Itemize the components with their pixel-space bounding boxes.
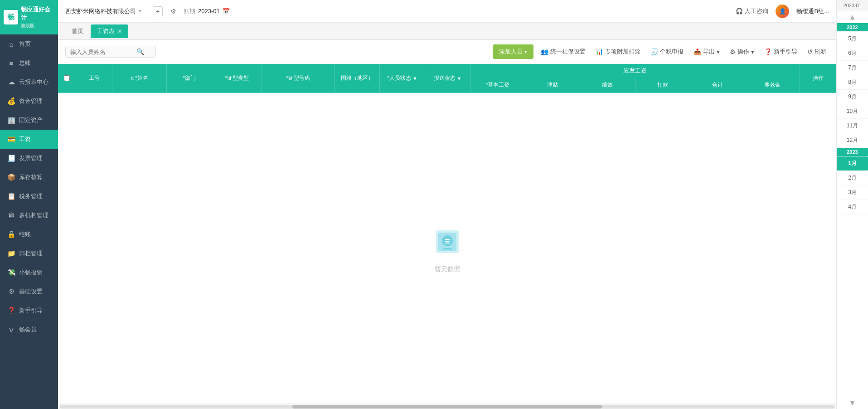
scrollbar-thumb[interactable] (292, 405, 602, 409)
date-panel-down[interactable]: ▼ (837, 397, 868, 409)
month-2022-10月[interactable]: 10月 (837, 104, 868, 119)
headset-icon: 🎧 (736, 8, 743, 15)
add-person-button[interactable]: 添加人员 ▾ (493, 44, 533, 59)
calendar-icon[interactable]: 📅 (223, 8, 230, 15)
month-2022-7月[interactable]: 7月 (837, 61, 868, 75)
company-settings-button[interactable]: ⚙ (168, 6, 178, 16)
sidebar-item-home[interactable]: ⌂ 首页 (0, 34, 58, 54)
company-selector[interactable]: 西安虾米网络科技有限公司 ▾ (65, 7, 141, 15)
sidebar-item-expense[interactable]: 💸 小畅报销 (0, 263, 58, 282)
th-performance-label: 绩效 (602, 81, 613, 89)
th-certtype: *证型类型 (212, 64, 262, 93)
refresh-icon: ↺ (807, 48, 813, 55)
year-2022: 2022 (837, 23, 868, 32)
multi-org-label: 多机构管理 (19, 211, 48, 219)
topbar: 西安虾米网络科技有限公司 ▾ + ⚙ 账期 2023-01 📅 🎧 人工咨询 👤… (58, 0, 836, 23)
operations-button[interactable]: ⚙ 操作 ▾ (727, 46, 757, 58)
home-icon: ⌂ (7, 40, 15, 48)
sidebar-item-payroll[interactable]: 💳 工资 (0, 130, 58, 149)
month-2022-5月[interactable]: 5月 (837, 32, 868, 46)
sidebar-item-inventory[interactable]: 📦 库存核算 (0, 168, 58, 187)
th-allowance-label: 津贴 (547, 81, 558, 89)
social-security-button[interactable]: 👥 统一社保设置 (538, 46, 588, 58)
tax-icon: 📋 (7, 192, 15, 200)
guide-button[interactable]: ❓ 新手引导 (761, 46, 800, 58)
user-name[interactable]: 畅缨通B组... (796, 7, 829, 15)
th-basewage-label: *基本工资 (486, 81, 510, 89)
sidebar-item-member[interactable]: V 畅会员 (0, 320, 58, 339)
date-panel-scroll: 20225月6月7月8月9月10月11月12月20231月2月3月4月 (837, 23, 868, 397)
th-deduction: 扣款 (635, 78, 690, 93)
logo-text: 畅应通好会计 旗舰版 (21, 5, 54, 29)
bottom-scrollbar[interactable] (58, 404, 836, 409)
month-2022-12月[interactable]: 12月 (837, 133, 868, 148)
perstatus-filter-icon[interactable]: ▼ (412, 76, 417, 81)
add-person-label: 添加人员 (499, 48, 523, 56)
sidebar-item-fund[interactable]: 💰 资金管理 (0, 92, 58, 111)
sidebar-item-closing[interactable]: 🔒 结账 (0, 225, 58, 244)
personal-tax-icon: 🧾 (650, 48, 658, 55)
fund-icon: 💰 (7, 97, 15, 105)
th-reportstatus: 报送状态 ▼ (425, 64, 470, 93)
empty-state: 暂无数据 (58, 93, 836, 404)
personal-tax-button[interactable]: 🧾 个税申报 (648, 46, 686, 58)
sidebar-item-tax[interactable]: 📋 税务管理 (0, 187, 58, 206)
account-period-value: 2023-01 (198, 8, 220, 15)
user-avatar[interactable]: 👤 (776, 5, 789, 18)
help-label: 人工咨询 (745, 7, 768, 15)
special-deduction-label: 专项附加扣除 (605, 48, 640, 56)
sidebar-item-archive[interactable]: 📁 归档管理 (0, 244, 58, 263)
invoice-label: 发票管理 (19, 154, 43, 162)
month-2023-4月[interactable]: 4月 (837, 200, 868, 214)
th-name: ⇅ *姓名 (112, 64, 167, 93)
inventory-icon: 📦 (7, 173, 15, 181)
cloud-report-icon: ☁ (7, 78, 15, 86)
select-all-checkbox[interactable] (64, 75, 70, 81)
sidebar-item-cloud-report[interactable]: ☁ 云报表中心 (0, 73, 58, 92)
month-2022-8月[interactable]: 8月 (837, 75, 868, 90)
export-button[interactable]: 📤 导出 ▾ (691, 46, 723, 58)
special-deduction-button[interactable]: 📊 专项附加扣除 (593, 46, 643, 58)
archive-label: 归档管理 (19, 249, 43, 258)
content-area: 🔍 添加人员 ▾ 👥 统一社保设置 📊 专项附加扣除 🧾 个税申报 (58, 40, 836, 409)
add-company-button[interactable]: + (153, 6, 163, 16)
th-nation-label: 国籍（地区） (341, 74, 373, 82)
paywage-group-label: 应发工资 (470, 64, 800, 78)
operations-icon: ⚙ (730, 48, 736, 55)
th-checkbox[interactable] (58, 64, 76, 93)
company-dropdown-icon: ▾ (139, 8, 141, 14)
th-dept: *部门 (167, 64, 212, 93)
sidebar-item-ledger[interactable]: ≡ 总账 (0, 54, 58, 73)
sidebar-nav: ⌂ 首页 ≡ 总账 ☁ 云报表中心 💰 资金管理 🏢 固定资产 💳 工资 🧾 发… (0, 34, 58, 409)
help-button[interactable]: 🎧 人工咨询 (736, 7, 768, 15)
search-input[interactable] (70, 49, 134, 55)
sidebar-item-fixed-assets[interactable]: 🏢 固定资产 (0, 111, 58, 130)
sidebar-item-invoice[interactable]: 🧾 发票管理 (0, 149, 58, 168)
th-total: 合计 (690, 78, 745, 93)
month-2022-9月[interactable]: 9月 (837, 90, 868, 104)
operations-arrow-icon: ▾ (751, 49, 754, 55)
th-pension: 养老金 (745, 78, 800, 93)
sort-icon-name[interactable]: ⇅ (131, 76, 134, 81)
month-2023-1月[interactable]: 1月 (837, 156, 868, 171)
month-2022-11月[interactable]: 11月 (837, 119, 868, 133)
th-basewage: *基本工资 (470, 78, 525, 93)
month-2022-6月[interactable]: 6月 (837, 46, 868, 61)
month-2023-3月[interactable]: 3月 (837, 185, 868, 200)
refresh-button[interactable]: ↺ 刷新 (805, 46, 829, 58)
sidebar-item-guide[interactable]: ❓ 新手引导 (0, 301, 58, 320)
tab-payroll[interactable]: 工资表 ✕ (91, 24, 128, 38)
guide-icon: ❓ (7, 307, 15, 315)
month-2023-2月[interactable]: 2月 (837, 171, 868, 185)
tab-payroll-close[interactable]: ✕ (117, 28, 122, 34)
tab-home-label: 首页 (72, 28, 83, 34)
year-2023: 2023 (837, 148, 868, 156)
th-certtype-label: *证型类型 (225, 74, 249, 82)
sidebar-item-multi-org[interactable]: 🏛 多机构管理 (0, 206, 58, 225)
date-panel-up[interactable]: ▲ (837, 11, 868, 23)
tax-label: 税务管理 (19, 192, 43, 200)
reportstatus-filter-icon[interactable]: ▼ (457, 76, 462, 81)
empty-icon (429, 224, 466, 260)
tab-home[interactable]: 首页 (65, 24, 90, 38)
sidebar-item-settings[interactable]: ⚙ 基础设置 (0, 282, 58, 301)
